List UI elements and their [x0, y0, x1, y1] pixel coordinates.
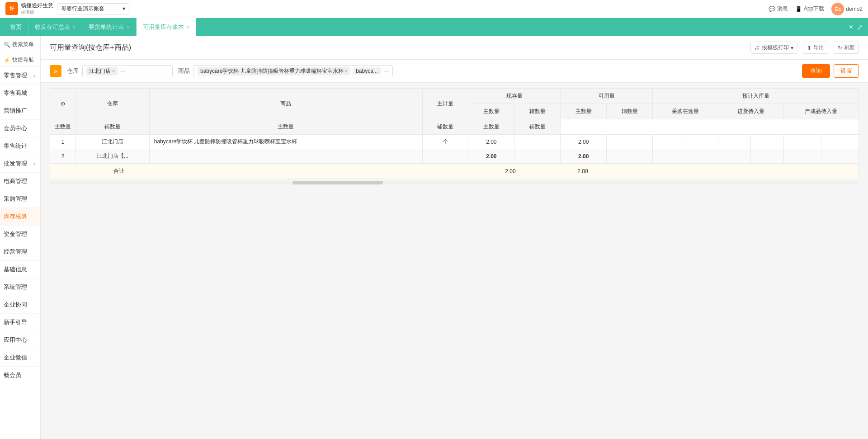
query-btn[interactable]: 查询: [802, 64, 830, 78]
main-layout: 🔍 搜索菜单 ⚡ 快捷导航 零售管理 ▲ 零售商城 营销推广 会员中心 零售统计…: [0, 36, 868, 439]
cell-available-main: 2.00: [561, 135, 607, 149]
horizontal-scrollbar[interactable]: [50, 181, 859, 184]
sidebar-nav[interactable]: ⚡ 快捷导航: [0, 53, 40, 67]
app-icon: 📱: [795, 6, 802, 12]
settings-btn[interactable]: 设置: [834, 64, 859, 78]
filter-actions: 查询 设置: [802, 64, 859, 78]
sidebar-item-retail-shop[interactable]: 零售商城: [0, 85, 40, 102]
app-download-btn[interactable]: 📱 App下载: [795, 5, 824, 13]
tab-keyongliang[interactable]: 可用量库存账本 ×: [137, 18, 196, 36]
tab-yaohuo-close[interactable]: ×: [127, 24, 129, 30]
sidebar-item-retail-mgmt[interactable]: 零售管理 ▲: [0, 67, 40, 85]
sidebar-item-member2[interactable]: 畅会员: [0, 367, 40, 384]
sidebar-search[interactable]: 🔍 搜索菜单: [0, 36, 40, 53]
sidebar-item-wholesale[interactable]: 批发管理 ▼: [0, 155, 40, 173]
content-area: 可用量查询(按仓库+商品) 🖨 按模板打印 ▾ ⬆ 导出 ↻ 刷新 »: [41, 36, 868, 439]
warehouse-tag-remove[interactable]: ×: [112, 68, 115, 74]
tab-home[interactable]: 首页: [4, 18, 28, 36]
cell-incoming-main-g: [718, 149, 750, 164]
sidebar-search-label: 搜索菜单: [12, 41, 34, 48]
refresh-btn[interactable]: ↻ 刷新: [834, 42, 859, 54]
cell-purchase-main-g: [653, 149, 685, 164]
tabbar: 首页 收发存汇总表 × 要货单统计表 × 可用量库存账本 × × ⤢: [0, 18, 868, 36]
message-label: 消息: [777, 5, 788, 13]
sidebar: 🔍 搜索菜单 ⚡ 快捷导航 零售管理 ▲ 零售商城 营销推广 会员中心 零售统计…: [0, 36, 41, 439]
sidebar-item-enterprise[interactable]: 企业协同: [0, 296, 40, 314]
refresh-icon: ↻: [838, 45, 842, 51]
cell-stock-aux-g: [514, 149, 561, 164]
th-stock-aux: 辅数量: [514, 104, 561, 119]
search-icon: 🔍: [4, 42, 10, 48]
warehouse-filter-tags[interactable]: 江北门店 × ···: [82, 65, 173, 77]
sidebar-item-purchase[interactable]: 采购管理: [0, 190, 40, 208]
topbar-right: 💬 消息 📱 App下载 Ea demo2: [769, 3, 863, 15]
sidebar-item-inventory[interactable]: 库存核算: [0, 208, 40, 226]
chevron-icon: ▼: [32, 161, 37, 166]
filter-toggle-btn[interactable]: »: [50, 65, 61, 77]
sidebar-item-operation[interactable]: 经营管理: [0, 243, 40, 261]
export-icon: ⬆: [807, 45, 811, 51]
sidebar-item-finance[interactable]: 资金管理: [0, 226, 40, 243]
tab-shoufasun-close[interactable]: ×: [73, 24, 75, 30]
template-print-btn[interactable]: 🖨 按模板打印 ▾: [750, 42, 797, 54]
sidebar-item-marketing[interactable]: 营销推广: [0, 102, 40, 120]
footer-label: 合计: [113, 167, 465, 175]
cell-production-main-g: [783, 149, 821, 164]
table-row: 1 江北门店 babycare学饮杯 儿童防摔防撞吸管杯重力球吸嘴杯宝宝水杯 个…: [50, 135, 859, 149]
cell-incoming-aux-g: [751, 149, 783, 164]
sidebar-item-retail-stats[interactable]: 零售统计: [0, 137, 40, 155]
tab-keyongliang-close[interactable]: ×: [187, 24, 189, 30]
sidebar-item-newguide[interactable]: 新手引导: [0, 314, 40, 331]
tab-shoufasun-label: 收发存汇总表: [35, 23, 70, 31]
product-tag-value: babycare学饮杯 儿童防摔防撞吸管杯重力球吸嘴杯宝宝水杯: [200, 67, 344, 75]
warehouse-label: 仓库: [67, 67, 79, 75]
sidebar-item-appcenter[interactable]: 应用中心: [0, 331, 40, 349]
user-area[interactable]: Ea demo2: [831, 3, 863, 15]
product-label: 商品: [178, 67, 190, 75]
table-area: ⚙ 仓库 商品 主计量 现存量 可用量 预计入库量 主数量 辅数量 主数量 辅数…: [41, 83, 868, 439]
cell-purchase-main: [653, 135, 685, 149]
expand-btn[interactable]: ⤢: [857, 23, 863, 32]
sidebar-item-system[interactable]: 系统管理: [0, 279, 40, 296]
product-tag-remove[interactable]: ×: [345, 68, 348, 74]
sidebar-item-label: 批发管理: [4, 160, 27, 168]
product-tag2-value: babyca...: [356, 68, 378, 74]
tab-yaohuo[interactable]: 要货单统计表 ×: [82, 18, 136, 36]
sidebar-nav-label: 快捷导航: [12, 56, 34, 64]
th-planned-group: 预计入库量: [653, 89, 859, 104]
export-btn[interactable]: ⬆ 导出: [803, 42, 828, 54]
sidebar-item-label: 企业微信: [4, 354, 27, 362]
cell-production-aux-g: [821, 149, 859, 164]
warehouse-ellipsis[interactable]: ···: [120, 67, 126, 75]
footer-stock-main: 2.00: [492, 168, 528, 175]
industry-selector[interactable]: 母婴行业演示账套 ▾: [57, 3, 129, 14]
chevron-icon: ▲: [32, 73, 37, 78]
cell-production-aux: [821, 135, 859, 149]
sidebar-item-basic[interactable]: 基础信息: [0, 261, 40, 279]
th-purchase-main2: 主数量: [50, 119, 76, 135]
close-all-btn[interactable]: ×: [849, 23, 853, 31]
cell-product-g: [149, 149, 422, 164]
topbar: 好 畅捷通好生意 标准版 母婴行业演示账套 ▾ 💬 消息 📱 App下载 Ea …: [0, 0, 868, 18]
th-purchase-aux2: 辅数量: [76, 119, 150, 135]
cell-unit: 个: [422, 135, 468, 149]
avatar: Ea: [831, 3, 844, 15]
page-header: 可用量查询(按仓库+商品) 🖨 按模板打印 ▾ ⬆ 导出 ↻ 刷新: [41, 36, 868, 60]
product-filter-tags[interactable]: babycare学饮杯 儿童防摔防撞吸管杯重力球吸嘴杯宝宝水杯 × babyca…: [193, 65, 393, 77]
sidebar-item-ecommerce[interactable]: 电商管理: [0, 173, 40, 190]
sidebar-item-label: 零售统计: [4, 142, 27, 150]
sidebar-item-member[interactable]: 会员中心: [0, 120, 40, 137]
sidebar-item-label: 会员中心: [4, 124, 27, 132]
logo-area: 好 畅捷通好生意 标准版: [5, 2, 53, 15]
cell-warehouse-g: 江北门店【...: [76, 149, 150, 164]
product-tag: babycare学饮杯 儿童防摔防撞吸管杯重力球吸嘴杯宝宝水杯 ×: [198, 67, 350, 76]
product-ellipsis[interactable]: ···: [383, 67, 389, 75]
refresh-label: 刷新: [844, 44, 855, 52]
tab-home-label: 首页: [10, 23, 22, 31]
message-btn[interactable]: 💬 消息: [769, 5, 788, 13]
scroll-thumb[interactable]: [292, 181, 383, 184]
tab-shoufasun[interactable]: 收发存汇总表 ×: [28, 18, 82, 36]
logo-sub: 标准版: [21, 9, 53, 15]
warehouse-tag-value: 江北门店: [89, 67, 111, 75]
sidebar-item-weixin[interactable]: 企业微信: [0, 349, 40, 367]
